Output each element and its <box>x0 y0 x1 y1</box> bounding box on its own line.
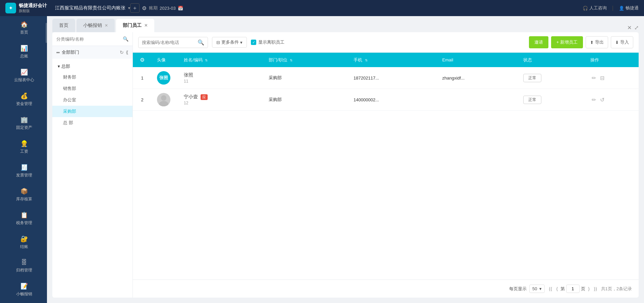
row-dept-2: 采购部 <box>263 89 348 111</box>
add-tab-button[interactable]: ＋ <box>130 3 140 13</box>
col-status: 状态 <box>518 53 585 67</box>
account-period: 账期 2023-03 📅 <box>149 5 183 11</box>
dept-group-hq[interactable]: ▾ 总部 <box>52 61 132 71</box>
next-page-button[interactable]: ⟩ <box>587 285 591 293</box>
sidebar-item-payroll[interactable]: 👷 工资 <box>0 135 47 159</box>
filter-dropdown-icon: ▾ <box>240 40 243 45</box>
dept-grid-icon: ▪▪ <box>56 50 60 55</box>
employee-search-icon[interactable]: 🔍 <box>198 39 204 46</box>
sidebar-item-ledger[interactable]: 📊 总账 <box>0 40 47 64</box>
dept-header: ▪▪ 全部部门 ↻ ⟪ <box>52 46 132 59</box>
dept-tree: 🔍 ▪▪ 全部部门 ↻ ⟪ ▾ 总部 财务部 销售部 办公室 <box>52 32 133 298</box>
filter-button[interactable]: ⊟ 更多条件 ▾ <box>212 37 247 48</box>
toolbar-right: 邀请 + 新增员工 ⬆ 导出 ⬇ 导入 <box>529 36 633 48</box>
resigned-checkbox[interactable]: ✓ <box>251 40 256 45</box>
sidebar-item-inventory[interactable]: 📦 库存核算 <box>0 183 47 207</box>
dept-collapse-button[interactable]: ⟪ <box>126 50 128 55</box>
sidebar-item-basic-settings[interactable]: ⚙ 基础设置 <box>0 302 47 303</box>
ai-consult-button[interactable]: 🎧 人工咨询 <box>583 5 607 11</box>
dept-item-finance[interactable]: 财务部 <box>52 71 132 83</box>
main-layout: 🏠 首页 📊 总账 📈 云报表中心 💰 资金管理 🏢 固定资产 👷 工资 🧾 发… <box>0 16 644 303</box>
sidebar-item-close[interactable]: 🔐 结账 <box>0 231 47 254</box>
edit-button-2[interactable]: ✏ <box>592 97 596 103</box>
dept-list: ▾ 总部 财务部 销售部 办公室 采购部 总 部 <box>52 59 132 131</box>
sidebar-scrollbar[interactable] <box>46 23 47 43</box>
row-avatar-2 <box>152 89 178 111</box>
dept-item-general-hq[interactable]: 总 部 <box>52 117 132 129</box>
tab-department[interactable]: 部门员工 ✕ <box>116 19 154 32</box>
employee-search-input[interactable] <box>142 40 196 45</box>
col-dept[interactable]: 部门/职位 ⇅ <box>263 53 348 67</box>
page-size-select[interactable]: 50 ▾ <box>529 285 544 293</box>
page-input[interactable] <box>566 285 580 293</box>
close-window-button[interactable]: ✕ <box>627 24 632 31</box>
row-index-1: 1 <box>133 67 152 89</box>
first-page-button[interactable]: ⟨⟨ <box>547 285 553 293</box>
table-toolbar: 🔍 ⊟ 更多条件 ▾ ✓ 显示离职员工 邀请 + 新增员工 <box>133 32 639 53</box>
header-settings-button[interactable]: ⚙ <box>140 3 149 13</box>
payroll-icon: 👷 <box>20 140 28 147</box>
dept-item-purchase[interactable]: 采购部 <box>52 106 132 117</box>
export-button[interactable]: ⬆ 导出 <box>586 36 608 48</box>
user-account-button[interactable]: 👤 畅捷通 <box>619 5 639 11</box>
show-resigned-toggle[interactable]: ✓ 显示离职员工 <box>251 39 284 45</box>
calendar-icon[interactable]: 📅 <box>178 6 183 11</box>
sidebar-item-funds[interactable]: 💰 资金管理 <box>0 88 47 111</box>
table-row: 2 宁小壹 <box>133 89 639 111</box>
prev-page-button[interactable]: ⟨ <box>555 285 559 293</box>
expense-icon: 📝 <box>20 283 28 290</box>
page-size-dropdown-icon[interactable]: ▾ <box>539 286 542 291</box>
row-email-2 <box>437 89 518 111</box>
row-status-2: 正常 <box>518 89 585 111</box>
logout-button-1[interactable]: ⊟ <box>600 75 604 81</box>
employee-table: ⚙ 头像 姓名/编码 ⇅ 部门/职位 ⇅ 手机 ⇅ <box>133 53 639 280</box>
tab-expense-close[interactable]: ✕ <box>105 23 108 28</box>
delete-button-2[interactable]: ↺ <box>600 97 604 103</box>
user-icon: 👤 <box>619 6 624 11</box>
import-button[interactable]: ⬇ 导入 <box>611 36 633 48</box>
content-area: 首页 小畅报销 ✕ 部门员工 ✕ ✕ ⤢ 🔍 <box>47 16 644 303</box>
employee-search-box[interactable]: 🔍 <box>138 37 208 48</box>
tab-home[interactable]: 首页 <box>52 19 75 32</box>
filter-icon: ⊟ <box>216 40 220 45</box>
sidebar-item-home[interactable]: 🏠 首页 <box>0 16 47 40</box>
table-area: 🔍 ⊟ 更多条件 ▾ ✓ 显示离职员工 邀请 + 新增员工 <box>133 32 639 298</box>
tab-window-actions: ✕ ⤢ <box>627 24 644 32</box>
last-page-button[interactable]: ⟩⟩ <box>592 285 598 293</box>
sidebar-item-reports[interactable]: 📈 云报表中心 <box>0 64 47 88</box>
add-employee-button[interactable]: + 新增员工 <box>551 36 583 48</box>
tab-department-close[interactable]: ✕ <box>144 23 148 28</box>
dept-search-icon[interactable]: 🔍 <box>123 36 128 42</box>
row-ops-2: ✏ ↺ <box>585 89 639 111</box>
row-status-1: 正常 <box>518 67 585 89</box>
col-avatar: 头像 <box>152 53 178 67</box>
row-mobile-2: 140000002... <box>348 89 437 111</box>
funds-icon: 💰 <box>20 92 28 100</box>
inventory-icon: 📦 <box>20 188 28 195</box>
sidebar-item-archive[interactable]: 🗄 归档管理 <box>0 254 47 278</box>
sidebar-item-tax[interactable]: 📋 税务管理 <box>0 207 47 231</box>
col-mobile[interactable]: 手机 ⇅ <box>348 53 437 67</box>
invoice-icon: 🧾 <box>20 164 28 171</box>
svg-point-1 <box>159 101 168 106</box>
column-settings-icon[interactable]: ⚙ <box>140 57 145 63</box>
dept-item-office[interactable]: 办公室 <box>52 94 132 106</box>
dept-refresh-button[interactable]: ↻ <box>120 50 124 55</box>
sidebar-item-invoice[interactable]: 🧾 发票管理 <box>0 159 47 183</box>
edit-button-1[interactable]: ✏ <box>592 75 596 81</box>
row-dept-1: 采购部 <box>263 67 348 89</box>
company-selector[interactable]: 江西服宝精品有限责任公司内账张 ▾ <box>55 5 130 11</box>
row-ops-1: ✏ ⊟ <box>585 67 639 89</box>
dept-item-sales[interactable]: 销售部 <box>52 83 132 94</box>
sidebar-item-expense[interactable]: 📝 小畅报销 <box>0 278 47 302</box>
sidebar-item-assets[interactable]: 🏢 固定资产 <box>0 111 47 135</box>
row-name-code-1: 张照 11 <box>178 67 263 89</box>
tab-expense[interactable]: 小畅报销 ✕ <box>76 19 115 32</box>
tab-bar: 首页 小畅报销 ✕ 部门员工 ✕ ✕ ⤢ <box>47 16 644 32</box>
maximize-window-button[interactable]: ⤢ <box>634 24 639 31</box>
row-index-2: 2 <box>133 89 152 111</box>
ledger-icon: 📊 <box>20 45 28 52</box>
invite-button[interactable]: 邀请 <box>529 36 548 48</box>
dept-search-input[interactable] <box>56 37 120 42</box>
col-name-code[interactable]: 姓名/编码 ⇅ <box>178 53 263 67</box>
